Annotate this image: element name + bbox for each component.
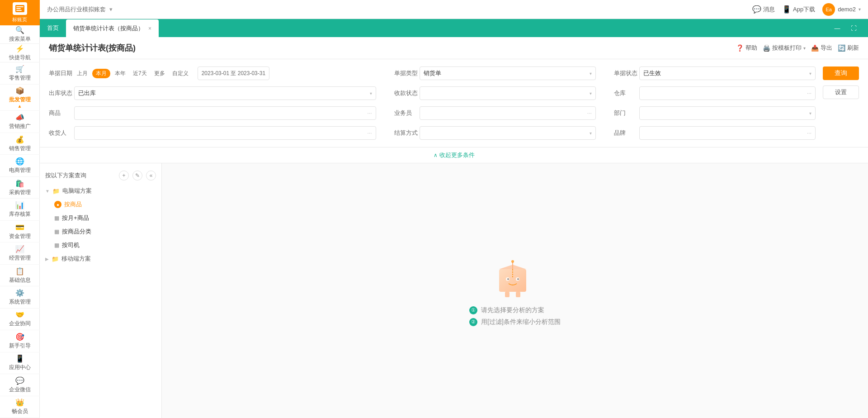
template-print-btn[interactable]: 🖨️ 按模板打印 ▾ [763,44,806,52]
left-panel-add-btn[interactable]: + [119,171,129,180]
doc-status-chevron: ▾ [809,71,811,76]
print-dropdown-arrow: ▾ [803,46,806,51]
filter-row-1: 单据日期 上月 本月 本年 近7天 更多 自定义 2023- [49,66,823,80]
goods-label: 商品 [49,109,74,117]
page-title: 销货单统计计表(按商品) [49,43,136,59]
warehouse-dots: ··· [807,90,811,96]
sidebar-item-system[interactable]: ⚙️ 系统管理 [0,286,40,308]
query-button[interactable]: 查询 [823,66,859,80]
by-machine-label: 按司机 [62,241,80,249]
sidebar-item-member[interactable]: 👑 畅会员 [0,396,40,418]
refresh-label: 刷新 [847,44,859,52]
sidebar-logo[interactable]: 标账页 [0,0,40,25]
top-header: 办公用品行业模拟账套 ▾ 💬 消息 📱 App下载 Ea demo2 ▾ [40,0,868,19]
message-btn[interactable]: 💬 消息 [752,5,775,14]
tree-item-by-month-goods[interactable]: ▦ 按月+商品 [40,211,161,225]
sidebar-item-ecommerce[interactable]: 🌐 电商管理 [0,155,40,176]
date-tab-this-year[interactable]: 本年 [112,69,128,78]
page-header-actions: ❓ 帮助 🖨️ 按模板打印 ▾ 📤 导出 🔄 刷新 [736,44,859,57]
sidebar: 标账页 🔍 搜索菜单 ⚡ 快捷导航 🛒 零售管理 📦 批发管理 ▲ 📣 营销推广… [0,0,40,418]
date-tab-last-month[interactable]: 上月 [74,69,90,78]
svg-rect-3 [16,10,22,11]
sidebar-item-sales[interactable]: 💰 销售管理 [0,133,40,155]
left-panel-collapse-btn[interactable]: « [146,171,156,180]
tree-item-pc[interactable]: ▼ 📁 电脑端方案 [40,184,161,198]
salesperson-input[interactable]: ··· [420,106,596,120]
warehouse-input[interactable]: ··· [639,86,816,100]
out-status-select[interactable]: 已出库 ▾ [74,86,376,100]
tab-min-btn[interactable]: — [832,23,843,33]
tab-close-btn[interactable]: × [148,25,151,32]
settle-select[interactable]: ▾ [420,126,596,140]
date-tab-custom[interactable]: 自定义 [170,69,191,78]
filter-date: 单据日期 上月 本月 本年 近7天 更多 自定义 2023- [49,66,383,80]
collect-status-select[interactable]: ▾ [420,86,596,100]
tree-item-by-machine[interactable]: ▦ 按司机 [40,238,161,252]
date-tab-this-month[interactable]: 本月 [92,69,110,78]
doc-type-select[interactable]: 销货单 ▾ [420,66,596,80]
settle-label: 结算方式 [394,129,420,137]
left-panel-title: 按以下方案查询 [45,171,86,180]
receiver-input[interactable]: ··· [74,126,376,140]
main-area: 办公用品行业模拟账套 ▾ 💬 消息 📱 App下载 Ea demo2 ▾ 首 [40,0,868,418]
by-category-icon: ▦ [54,228,59,235]
sidebar-item-marketing[interactable]: 📣 营销推广 [0,111,40,133]
sidebar-item-inventory[interactable]: 📊 库存核算 [0,199,40,220]
user-dropdown-icon: ▾ [859,7,861,12]
empty-state: ① 请先选择要分析的方案 ② 用[过滤]条件来缩小分析范围 [469,256,561,326]
goods-input[interactable]: ··· [74,106,376,120]
sidebar-item-wechat[interactable]: 💬 企业微信 [0,374,40,396]
tab-max-btn[interactable]: ⛶ [848,23,859,33]
refresh-btn[interactable]: 🔄 刷新 [838,44,859,52]
help-btn[interactable]: ❓ 帮助 [736,44,757,52]
sidebar-item-purchase[interactable]: 🛍️ 采购管理 [0,177,40,199]
tree-item-by-category[interactable]: ▦ 按商品分类 [40,225,161,238]
sidebar-item-operations[interactable]: 📈 经营管理 [0,242,40,264]
settle-chevron: ▾ [590,131,592,136]
out-status-label: 出库状态 [49,89,74,97]
doc-status-select[interactable]: 已生效 ▾ [639,66,816,80]
dept-select[interactable]: ▾ [639,106,816,120]
message-icon: 💬 [752,5,761,14]
sidebar-item-app-center[interactable]: 📱 应用中心 [0,352,40,374]
filter-collect-status: 收款状态 ▾ [394,86,603,100]
settings-button[interactable]: 设置 [823,86,859,99]
app-download-btn[interactable]: 📱 App下载 [782,5,815,14]
sidebar-item-retail[interactable]: 🛒 零售管理 [0,62,40,84]
date-tab-7days[interactable]: 近7天 [130,69,150,78]
industry-dropdown-icon[interactable]: ▾ [109,6,113,13]
operations-icon: 📈 [15,245,24,253]
pc-chevron: ▼ [45,189,50,194]
tree-item-mobile[interactable]: ▶ 📁 移动端方案 [40,252,161,266]
brand-input[interactable]: ··· [639,126,816,140]
date-tab-more[interactable]: 更多 [151,69,168,78]
export-btn[interactable]: 📤 导出 [811,44,832,52]
app-download-icon: 📱 [782,5,791,14]
sidebar-purchase-label: 采购管理 [9,189,31,196]
collapse-row[interactable]: ∧ 收起更多条件 [40,147,868,163]
brand-dots: ··· [807,130,811,136]
date-label: 单据日期 [49,69,74,77]
message-label: 消息 [763,5,775,14]
sidebar-item-finance[interactable]: 💳 资金管理 [0,221,40,242]
salesperson-dots: ··· [587,110,592,116]
sidebar-item-basic[interactable]: 📋 基础信息 [0,265,40,286]
tab-home[interactable]: 首页 [40,19,66,37]
doc-status-value: 已生效 [643,69,807,77]
sidebar-item-enterprise[interactable]: 🤝 企业协同 [0,309,40,330]
user-profile[interactable]: Ea demo2 ▾ [822,3,861,16]
sidebar-item-search[interactable]: 🔍 搜索菜单 [0,25,40,44]
sidebar-item-quick-nav[interactable]: ⚡ 快捷导航 [0,44,40,62]
sidebar-item-wholesale[interactable]: 📦 批发管理 ▲ [0,85,40,111]
svg-point-10 [517,278,519,280]
date-range-input[interactable]: 2023-03-01 至 2023-03-31 [198,66,269,80]
sidebar-wholesale-label: 批发管理 [9,96,31,104]
date-tabs: 上月 本月 本年 近7天 更多 自定义 [74,69,191,78]
sidebar-item-guide[interactable]: 🎯 新手引导 [0,330,40,352]
sidebar-app-center-label: 应用中心 [9,364,31,371]
filter-doc-type: 单据类型 销货单 ▾ [394,66,603,80]
tree-item-by-goods[interactable]: ● 按商品 [40,198,161,211]
tab-sales-stat[interactable]: 销货单统计计表（按商品） × [66,19,159,38]
left-panel-edit-btn[interactable]: ✎ [132,171,142,180]
tip-text-2: 用[过滤]条件来缩小分析范围 [481,318,561,326]
